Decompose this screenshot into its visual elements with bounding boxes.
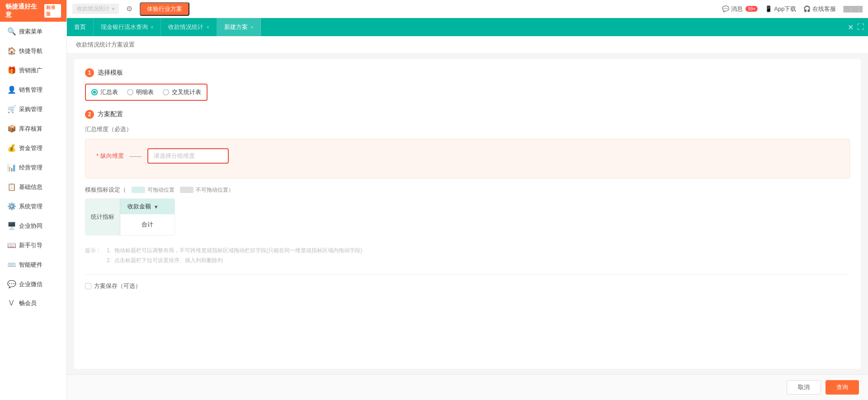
dimension-placeholder: 请选择分组维度 xyxy=(154,152,195,159)
support-label: 在线客服 xyxy=(812,5,836,13)
metrics-area: 统计指标 收款金额 ▾ 合计 xyxy=(85,198,175,235)
step2-title: 方案配置 xyxy=(98,110,123,118)
tab-collection[interactable]: 收款情况统计 × xyxy=(161,18,217,36)
step1-section: 1 选择模板 汇总表 明细表 交叉统计表 xyxy=(85,68,850,101)
sidebar-item-label: 营销推广 xyxy=(19,66,42,75)
sidebar-item-purchase[interactable]: 🛒 采购管理 xyxy=(0,99,66,119)
tab-cashflow-close[interactable]: × xyxy=(151,24,153,30)
sidebar-item-guide[interactable]: 📖 新手引导 xyxy=(0,235,66,255)
settings-gear-icon[interactable]: ⚙ xyxy=(124,3,134,15)
non-draggable-item: 不可拖动位置） xyxy=(180,186,234,194)
query-button[interactable]: 查询 xyxy=(826,380,859,395)
gift-icon: 🎁 xyxy=(7,66,15,75)
top-right-actions: 💬 消息 99+ 📱 App下载 🎧 在线客服 █████ xyxy=(722,5,863,13)
notification-label: 消息 xyxy=(731,5,743,13)
radio-detail-label: 明细表 xyxy=(136,88,154,96)
sidebar-item-basic-info[interactable]: 📋 基础信息 xyxy=(0,177,66,197)
hardware-icon: ⌨️ xyxy=(7,260,15,269)
non-draggable-box xyxy=(180,187,193,193)
draggable-legend: 模板指标设定（ 可拖动位置 不可拖动位置） xyxy=(85,186,850,194)
sidebar-item-marketing[interactable]: 🎁 营销推广 xyxy=(0,61,66,80)
sidebar-item-label: 经营管理 xyxy=(19,164,42,172)
sidebar-item-label: 基础信息 xyxy=(19,183,42,191)
radio-cross-dot xyxy=(163,89,169,95)
collab-icon: 🖥️ xyxy=(7,221,15,230)
tab-collection-close[interactable]: × xyxy=(206,24,209,30)
step1-header: 1 选择模板 xyxy=(85,68,850,77)
tab-home[interactable]: 首页 xyxy=(67,18,94,36)
sidebar-item-sales[interactable]: 👤 销售管理 xyxy=(0,80,66,99)
dimension-select[interactable]: 请选择分组维度 xyxy=(147,148,229,164)
sidebar-item-finance[interactable]: 💰 资金管理 xyxy=(0,138,66,158)
sidebar-item-collab[interactable]: 🖥️ 企业协同 xyxy=(0,216,66,235)
sidebar-item-nav[interactable]: 🏠 快捷导航 xyxy=(0,41,66,61)
template-selector: 汇总表 明细表 交叉统计表 xyxy=(85,84,208,101)
form-card: 1 选择模板 汇总表 明细表 交叉统计表 xyxy=(74,59,861,369)
content-area: 收款情况统计方案设置 1 选择模板 汇总表 明细表 xyxy=(67,36,868,374)
save-option-label: 方案保存（可选） xyxy=(94,282,141,290)
breadcrumb-path: 收款情况统计 ▾ xyxy=(72,4,119,14)
sidebar-item-inventory[interactable]: 📦 库存核算 xyxy=(0,119,66,138)
chart-icon: 📊 xyxy=(7,163,15,172)
sidebar-item-wechat[interactable]: 💬 企业微信 xyxy=(0,274,66,294)
trial-button[interactable]: 体验行业方案 xyxy=(140,2,189,16)
hint-2: 2. 点击标题栏下拉可设置排序、插入列和删除列 xyxy=(85,256,850,266)
gear-icon: ⚙️ xyxy=(7,202,15,211)
draggable-item: 可拖动位置 xyxy=(132,186,175,194)
cancel-button[interactable]: 取消 xyxy=(787,380,821,395)
sidebar-item-operations[interactable]: 📊 经营管理 xyxy=(0,158,66,177)
sidebar-item-member[interactable]: V 畅会员 xyxy=(0,294,66,313)
download-icon: 📱 xyxy=(765,5,772,12)
tab-new-plan-close[interactable]: × xyxy=(250,24,253,30)
metrics-col-header[interactable]: 收款金额 ▾ xyxy=(120,199,175,214)
step2-section: 2 方案配置 汇总维度（必选） * 纵向维度 —— 请选择分组维度 xyxy=(85,110,850,265)
metrics-config-label: 模板指标设定（ xyxy=(85,186,126,194)
radio-cross-label: 交叉统计表 xyxy=(172,88,201,96)
sidebar-item-hardware[interactable]: ⌨️ 智能硬件 xyxy=(0,255,66,274)
notification-badge: 99+ xyxy=(745,6,758,12)
draggable-box xyxy=(132,187,145,193)
divider xyxy=(85,274,850,275)
box-icon: 📦 xyxy=(7,124,15,133)
step2-number: 2 xyxy=(85,110,94,119)
step1-number: 1 xyxy=(85,68,94,77)
footer: 取消 查询 xyxy=(67,374,868,400)
sidebar-item-label: 畅会员 xyxy=(19,299,37,307)
sidebar-item-label: 采购管理 xyxy=(19,105,42,113)
save-option-section: 方案保存（可选） xyxy=(85,282,850,290)
sidebar: 畅捷通好生意 标准版 🔍 搜索菜单 🏠 快捷导航 🎁 营销推广 👤 销售管理 🛒… xyxy=(0,0,67,400)
sidebar-item-label: 新手引导 xyxy=(19,241,42,249)
close-window-icon[interactable]: ✕ xyxy=(848,23,854,32)
support-item[interactable]: 🎧 在线客服 xyxy=(803,5,836,13)
step2-header: 2 方案配置 xyxy=(85,110,850,119)
download-item[interactable]: 📱 App下载 xyxy=(765,5,796,13)
tab-cashflow[interactable]: 现金银行流水查询 × xyxy=(94,18,161,36)
member-icon: V xyxy=(7,299,15,307)
sidebar-item-label: 企业协同 xyxy=(19,222,42,230)
tab-new-plan-label: 新建方案 xyxy=(224,23,248,31)
tab-new-plan[interactable]: 新建方案 × xyxy=(217,18,261,36)
expand-icon[interactable]: ⛶ xyxy=(857,23,864,31)
notification-item[interactable]: 💬 消息 99+ xyxy=(722,5,758,13)
save-checkbox[interactable] xyxy=(85,283,91,289)
step1-title: 选择模板 xyxy=(98,69,123,77)
dimension-row: * 纵向维度 —— 请选择分组维度 xyxy=(96,148,839,164)
sidebar-item-search[interactable]: 🔍 搜索菜单 xyxy=(0,22,66,41)
dimension-area: * 纵向维度 —— 请选择分组维度 xyxy=(85,139,850,179)
radio-summary-dot xyxy=(91,89,98,95)
tab-bar: 首页 现金银行流水查询 × 收款情况统计 × 新建方案 × ✕ ⛶ xyxy=(67,18,868,36)
home-icon: 🏠 xyxy=(7,47,15,55)
logo-badge: 标准版 xyxy=(44,4,61,18)
sidebar-item-system[interactable]: ⚙️ 系统管理 xyxy=(0,197,66,216)
radio-cross[interactable]: 交叉统计表 xyxy=(163,88,201,96)
breadcrumb-text: 收款情况统计 xyxy=(77,5,109,13)
radio-detail[interactable]: 明细表 xyxy=(127,88,154,96)
user-icon: 👤 xyxy=(7,85,15,94)
page-title: 收款情况统计方案设置 xyxy=(76,41,135,48)
sidebar-item-label: 销售管理 xyxy=(19,86,42,94)
stat-indicator-label: 统计指标 xyxy=(85,199,120,235)
top-header: 收款情况统计 ▾ ⚙ 体验行业方案 💬 消息 99+ 📱 App下载 🎧 在线客… xyxy=(67,0,868,18)
radio-summary[interactable]: 汇总表 xyxy=(91,88,118,96)
wechat-icon: 💬 xyxy=(7,280,15,288)
sidebar-item-label: 资金管理 xyxy=(19,144,42,152)
